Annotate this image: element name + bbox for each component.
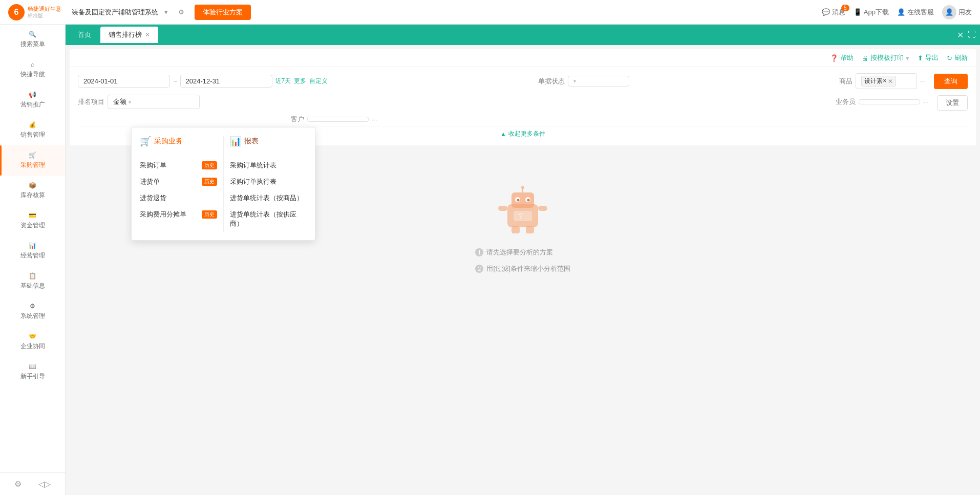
print-icon: 🖨 <box>862 54 868 62</box>
refresh-button[interactable]: ↻ 刷新 <box>947 53 968 62</box>
dropdown-label-goods-in: 进货单 <box>140 177 160 186</box>
refresh-label: 刷新 <box>954 53 968 62</box>
tab-maximize-btn[interactable]: ⛶ <box>968 30 976 39</box>
sidebar-item-search[interactable]: 🔍 搜索菜单 <box>0 25 65 55</box>
system-dropdown-arrow[interactable]: ▾ <box>164 8 168 16</box>
sidebar-item-basic[interactable]: 📋 基础信息 <box>0 266 65 296</box>
sidebar-item-nav[interactable]: ⌂ 快捷导航 <box>0 55 65 85</box>
sidebar-item-guide[interactable]: 📖 新手引导 <box>0 357 65 387</box>
date-end-input[interactable]: 2024-12-31 <box>180 75 272 88</box>
sidebar-settings-btn[interactable]: ⚙ <box>14 479 22 489</box>
tab-close-icon[interactable]: ✕ <box>145 31 150 38</box>
date-start-value: 2024-01-01 <box>83 77 118 85</box>
hint-text1: 请先选择要分析的方案 <box>486 246 553 259</box>
settings-button[interactable]: 设置 <box>937 95 968 111</box>
date-quick-custom[interactable]: 自定义 <box>309 77 328 85</box>
print-label: 按模板打印 <box>870 53 904 62</box>
online-service-button[interactable]: 👤 在线客服 <box>897 8 934 17</box>
sidebar-item-sales[interactable]: 💰 销售管理 <box>0 115 65 145</box>
print-button[interactable]: 🖨 按模板打印 ▾ <box>862 53 909 62</box>
svg-rect-9 <box>538 206 547 211</box>
logo-text: 畅捷通好生意 标准版 <box>28 5 61 19</box>
message-button[interactable]: 💬 消息 5 <box>822 8 845 17</box>
report-col-label: 报表 <box>244 137 259 146</box>
date-separator: ~ <box>173 77 177 85</box>
finance-icon: 💳 <box>29 212 36 219</box>
tab-sales-rank[interactable]: 销售排行榜 ✕ <box>100 27 158 43</box>
dropdown-item-goods-return[interactable]: 进货退货 <box>140 190 217 206</box>
dropdown-item-report-order-exec[interactable]: 采购订单执行表 <box>230 174 307 190</box>
sales-icon: 💰 <box>29 121 36 128</box>
sidebar-item-marketing[interactable]: 📢 营销推广 <box>0 85 65 115</box>
collapse-text: ▲ 收起更多条件 <box>500 130 545 138</box>
dropdown-label-report-goods-by-product: 进货单统计表（按商品） <box>230 193 303 203</box>
sidebar-label-guide: 新手引导 <box>20 372 45 381</box>
customer-more-dots[interactable]: ··· <box>372 116 377 123</box>
content-area: 首页 销售排行榜 ✕ ✕ ⛶ ❓ 帮助 🖨 按模板 <box>66 25 980 495</box>
purchase-icon: 🛒 <box>29 152 36 159</box>
export-icon: ⬆ <box>918 54 923 62</box>
robot-svg: ? <box>492 186 553 238</box>
goods-tag-close[interactable]: ✕ <box>888 78 893 85</box>
gear-button[interactable]: ⚙ <box>174 5 188 19</box>
sidebar-label-nav: 快捷导航 <box>20 70 45 79</box>
date-quick-7days[interactable]: 近7天 <box>275 77 291 85</box>
sidebar-item-system[interactable]: ⚙ 系统管理 <box>0 296 65 327</box>
tab-close-window-btn[interactable]: ✕ <box>957 30 964 40</box>
sidebar-label-finance: 资金管理 <box>20 221 45 230</box>
app-download-button[interactable]: 📱 App下载 <box>854 8 889 17</box>
customer-input[interactable] <box>307 117 369 122</box>
rank-field: 排名项目 金额 ▾ <box>78 95 200 109</box>
refresh-icon: ↻ <box>947 54 952 62</box>
goods-input[interactable]: 设计素× ✕ <box>856 73 917 89</box>
salesman-label: 业务员 <box>836 97 856 106</box>
query-button[interactable]: 查询 <box>934 74 968 89</box>
sidebar-label-inventory: 库存核算 <box>20 191 45 200</box>
dropdown-item-report-order-stat[interactable]: 采购订单统计表 <box>230 157 307 174</box>
help-button[interactable]: ❓ 帮助 <box>830 53 854 62</box>
voucher-status-select[interactable]: ▾ <box>568 76 629 87</box>
dropdown-item-purchase-order[interactable]: 采购订单 历史 <box>140 157 217 174</box>
logo-line2: 标准版 <box>28 12 61 19</box>
search-icon: 🔍 <box>29 31 36 38</box>
service-label: 在线客服 <box>907 8 934 17</box>
print-dropdown-icon[interactable]: ▾ <box>906 54 909 62</box>
export-button[interactable]: ⬆ 导出 <box>918 53 939 62</box>
sidebar-item-inventory[interactable]: 📦 库存核算 <box>0 176 65 206</box>
header: 6 畅捷通好生意 标准版 装备及固定资产辅助管理系统 ▾ ⚙ 体验行业方案 💬 … <box>0 0 980 25</box>
purchase-col: 🛒 采购业务 采购订单 历史 进货单 历史 进货退货 <box>140 136 217 232</box>
sidebar-item-finance[interactable]: 💳 资金管理 <box>0 206 65 236</box>
svg-rect-11 <box>526 226 534 233</box>
dropdown-item-report-goods-by-supplier[interactable]: 进货单统计表（按供应商） <box>230 206 307 232</box>
sidebar: 🔍 搜索菜单 ⌂ 快捷导航 📢 营销推广 💰 销售管理 🛒 采购管理 📦 库存核… <box>0 25 66 495</box>
dropdown-item-goods-in[interactable]: 进货单 历史 <box>140 174 217 190</box>
empty-text-area: 1 请先选择要分析的方案 2 用[过滤]条件来缩小分析范围 <box>475 246 570 275</box>
date-quick-more[interactable]: 更多 <box>294 77 306 85</box>
industry-button[interactable]: 体验行业方案 <box>195 5 251 20</box>
dropdown-item-report-goods-by-product[interactable]: 进货单统计表（按商品） <box>230 190 307 206</box>
tab-home[interactable]: 首页 <box>70 27 99 43</box>
user-label: 用友 <box>958 8 972 17</box>
user-area[interactable]: 👤 用友 <box>942 5 972 19</box>
app-label: App下载 <box>864 8 889 17</box>
salesman-more-dots[interactable]: ··· <box>923 98 929 106</box>
date-field: 2024-01-01 ~ 2024-12-31 近7天 更多 自定义 <box>78 75 328 88</box>
sidebar-item-cooperation[interactable]: 🤝 企业协同 <box>0 327 65 357</box>
sidebar-collapse-btn[interactable]: ◁▷ <box>38 479 51 489</box>
sidebar-item-purchase[interactable]: 🛒 采购管理 <box>0 145 65 176</box>
collapse-up-icon: ▲ <box>500 131 506 138</box>
report-col-title: 📊 报表 <box>230 136 307 151</box>
rank-select[interactable]: 金额 ▾ <box>108 95 200 109</box>
cooperation-icon: 🤝 <box>29 333 36 340</box>
tab-bar-right: ✕ ⛶ <box>957 30 976 40</box>
sidebar-item-operation[interactable]: 📊 经营管理 <box>0 236 65 266</box>
date-start-input[interactable]: 2024-01-01 <box>78 75 170 88</box>
filter-row3: 客户 ··· <box>78 113 968 126</box>
salesman-input[interactable] <box>859 99 920 104</box>
purchase-dropdown-menu: 🛒 采购业务 采购订单 历史 进货单 历史 进货退货 <box>131 127 315 241</box>
dropdown-item-purchase-fee[interactable]: 采购费用分摊单 历史 <box>140 206 217 223</box>
goods-more-dots[interactable]: ··· <box>920 77 926 85</box>
voucher-status-label: 单据状态 <box>538 77 565 86</box>
help-label: 帮助 <box>840 53 854 62</box>
customer-label: 客户 <box>291 115 304 124</box>
